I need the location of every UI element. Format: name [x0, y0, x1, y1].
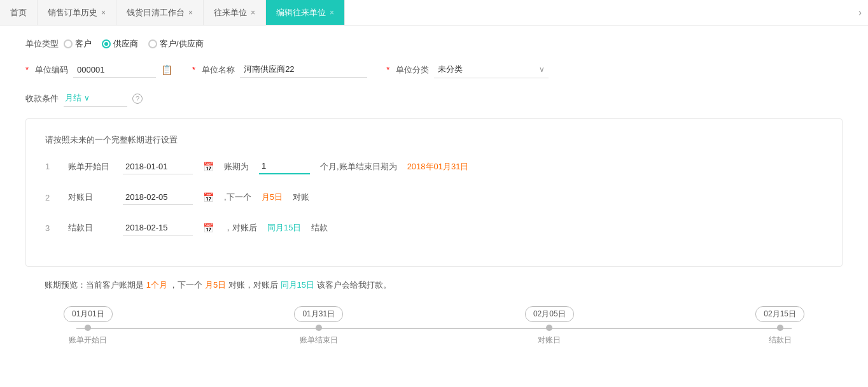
tab-cash-work[interactable]: 钱货日清工作台 × — [116, 0, 204, 25]
radio-supplier-label: 供应商 — [113, 38, 138, 50]
tab-partner-units-close[interactable]: × — [251, 8, 255, 17]
unit-type-radio-group: 客户 供应商 客户/供应商 — [64, 38, 204, 50]
row-desc-1-mid: 个月,账单结束日期为 — [320, 161, 397, 172]
setting-row-1: 1 账单开始日 📅 账期为 个月,账单结束日期为 2018年01月31日 — [45, 158, 823, 174]
preview-period: 1个月 — [146, 280, 167, 290]
payment-condition-label: 收款条件 — [25, 93, 59, 104]
radio-customer[interactable]: 客户 — [64, 38, 92, 50]
node-dot-2 — [316, 325, 322, 331]
radio-supplier-circle — [102, 39, 111, 48]
unit-category-field: * 单位分类 未分类 ∨ — [386, 61, 549, 78]
node-sublabel-4: 结款日 — [769, 335, 792, 346]
row-label-3: 结款日 — [68, 222, 113, 234]
unit-code-input[interactable] — [73, 62, 156, 78]
payment-condition-select[interactable]: 月结 ∨ — [64, 90, 127, 107]
setting-row-3: 3 结款日 📅 ，对账后 同月15日 结款 — [45, 220, 823, 236]
row-desc-2-suffix: 对账 — [293, 192, 309, 203]
node-label-4: 02月15日 — [755, 306, 804, 322]
row-desc-3-prefix: ，对账后 — [224, 222, 257, 234]
radio-customer-label: 客户 — [75, 38, 92, 50]
preview-text: 账期预览：当前客户账期是 1个月 ，下一个 月5日 对账，对账后 同月15日 该… — [25, 279, 843, 291]
row-desc-1-prefix: 账期为 — [224, 161, 249, 172]
unit-category-select[interactable]: 未分类 ∨ — [434, 61, 549, 78]
preview-day2: 同月15日 — [281, 280, 314, 290]
timeline-section: 01月01日 账单开始日 01月31日 账单结束日 02月05日 对账日 — [25, 306, 843, 346]
node-label-3: 02月05日 — [525, 306, 574, 322]
payment-dropdown-icon: ∨ — [84, 94, 90, 102]
tab-more-arrow[interactable]: › — [852, 0, 868, 25]
tab-sales-history-close[interactable]: × — [101, 8, 106, 17]
unit-category-star: * — [386, 65, 389, 74]
node-sublabel-2: 账单结束日 — [300, 335, 338, 346]
node-label-2: 01月31日 — [294, 306, 343, 322]
timeline-node-2: 01月31日 账单结束日 — [294, 306, 343, 346]
tab-cash-work-close[interactable]: × — [188, 8, 193, 17]
node-dot-3 — [546, 325, 552, 331]
setting-row-2: 2 对账日 📅 ,下一个 月5日 对账 — [45, 190, 823, 205]
tab-partner-units[interactable]: 往来单位 × — [204, 0, 266, 25]
timeline-node-1: 01月01日 账单开始日 — [64, 306, 113, 346]
radio-customer-supplier-label: 客户/供应商 — [160, 38, 204, 50]
payment-day-highlight: 同月15日 — [267, 222, 301, 234]
payment-date-calendar-icon[interactable]: 📅 — [203, 223, 214, 233]
radio-customer-circle — [64, 39, 73, 48]
unit-type-field: 单位类型 客户 供应商 客户/供应商 — [25, 38, 204, 50]
unit-name-field: * 单位名称 — [192, 62, 367, 78]
timeline-line — [76, 328, 792, 329]
main-content: 单位类型 客户 供应商 客户/供应商 * 单位编码 — [0, 25, 868, 387]
unit-category-label: 单位分类 — [396, 64, 429, 76]
tab-bar: 首页 销售订单历史 × 钱货日清工作台 × 往来单位 × 编辑往来单位 × › — [0, 0, 868, 25]
payment-condition-value: 月结 — [65, 92, 81, 104]
preview-prefix: 账期预览：当前客户账期是 — [45, 280, 144, 290]
preview-day1: 月5日 — [205, 280, 226, 290]
reconcile-date-calendar-icon[interactable]: 📅 — [203, 192, 214, 202]
node-sublabel-3: 对账日 — [538, 335, 561, 346]
start-date-input[interactable] — [123, 159, 193, 174]
start-date-calendar-icon[interactable]: 📅 — [203, 162, 214, 172]
unit-name-label: 单位名称 — [202, 64, 235, 76]
tab-sales-history[interactable]: 销售订单历史 × — [38, 0, 116, 25]
payment-date-input[interactable] — [123, 220, 193, 236]
tab-edit-partner[interactable]: 编辑往来单位 × — [266, 0, 345, 25]
row-label-2: 对账日 — [68, 192, 113, 203]
node-dot-1 — [85, 325, 91, 331]
timeline-node-3: 02月05日 对账日 — [525, 306, 574, 346]
node-sublabel-1: 账单开始日 — [69, 335, 107, 346]
unit-code-label: 单位编码 — [35, 64, 68, 76]
section-title: 请按照未来的一个完整帐期进行设置 — [45, 134, 823, 146]
radio-supplier[interactable]: 供应商 — [102, 38, 138, 50]
row-num-1: 1 — [45, 162, 58, 171]
row-label-1: 账单开始日 — [68, 161, 113, 172]
reconcile-date-input[interactable] — [123, 190, 193, 205]
payment-condition-field: 收款条件 月结 ∨ ? — [25, 90, 143, 107]
row-desc-2-prefix: ,下一个 — [224, 192, 251, 203]
settings-section: 请按照未来的一个完整帐期进行设置 1 账单开始日 📅 账期为 个月,账单结束日期… — [25, 118, 843, 267]
unit-type-label: 单位类型 — [25, 38, 59, 50]
end-date-highlight: 2018年01月31日 — [407, 161, 469, 172]
row-desc-3-suffix: 结款 — [311, 222, 328, 234]
unit-type-row: 单位类型 客户 供应商 客户/供应商 — [25, 38, 843, 50]
copy-icon[interactable]: 📋 — [161, 64, 173, 76]
preview-mid1: ，下一个 — [169, 280, 202, 290]
unit-name-star: * — [192, 65, 195, 74]
timeline-node-4: 02月15日 结款日 — [755, 306, 804, 346]
preview-mid2: 对账，对账后 — [228, 280, 278, 290]
help-icon[interactable]: ? — [132, 94, 143, 104]
unit-info-row: * 单位编码 📋 * 单位名称 * 单位分类 未分类 ∨ — [25, 61, 843, 78]
unit-category-value: 未分类 — [438, 64, 535, 75]
unit-code-star: * — [25, 65, 29, 74]
unit-code-field: * 单位编码 📋 — [25, 62, 173, 78]
payment-condition-row: 收款条件 月结 ∨ ? — [25, 90, 843, 107]
radio-customer-supplier[interactable]: 客户/供应商 — [148, 38, 204, 50]
category-dropdown-icon: ∨ — [539, 65, 545, 74]
tab-home[interactable]: 首页 — [0, 0, 38, 25]
tab-edit-partner-close[interactable]: × — [330, 8, 334, 17]
preview-suffix: 该客户会给我打款。 — [317, 280, 391, 290]
unit-name-input[interactable] — [240, 62, 367, 78]
reconcile-day-highlight: 月5日 — [262, 192, 283, 203]
node-label-1: 01月01日 — [64, 306, 113, 322]
period-input[interactable] — [259, 158, 310, 174]
row-num-2: 2 — [45, 193, 58, 202]
radio-customer-supplier-circle — [148, 39, 157, 48]
row-num-3: 3 — [45, 223, 58, 233]
